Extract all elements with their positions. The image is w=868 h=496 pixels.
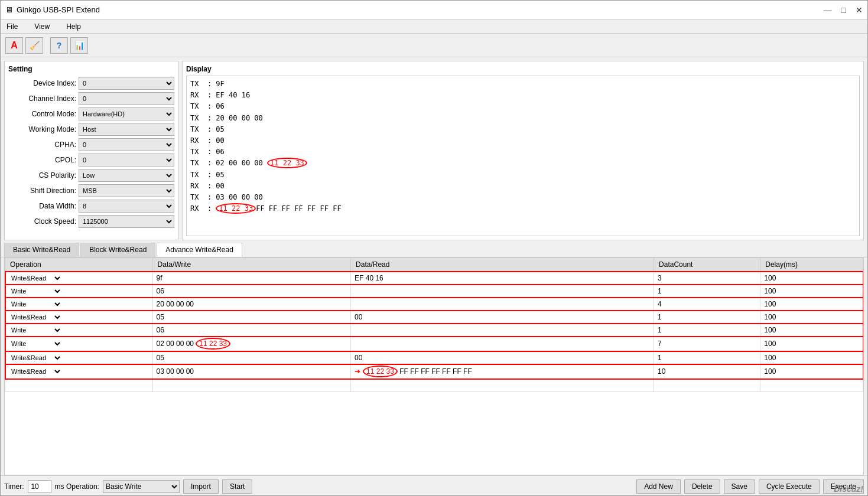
title-bar-left: 🖥 Ginkgo USB-SPI Extend (5, 5, 100, 14)
data-table: Operation Data/Write Data/Read DataCount… (5, 257, 863, 392)
settings-panel: Setting Device Index: 0 Channel Index: 0… (4, 61, 178, 240)
display-line-11: TX : 03 00 00 00 (190, 192, 856, 203)
setting-cpol: CPOL: 0 (8, 154, 174, 167)
menu-bar: File View Help (1, 19, 867, 34)
cell-op-empty (5, 379, 153, 392)
cell-delay-8: 100 (760, 364, 863, 379)
cpha-select[interactable]: 0 (79, 138, 174, 151)
close-button[interactable]: ✕ (856, 5, 863, 15)
title-bar-controls: — □ ✕ (824, 5, 863, 15)
cell-delay-3: 100 (760, 298, 863, 311)
setting-cs-polarity-label: CS Polarity: (8, 171, 76, 180)
control-mode-select[interactable]: Hardware(HD) (79, 107, 174, 120)
toolbar-clear-btn[interactable]: 🧹 (25, 37, 43, 54)
timer-input[interactable] (28, 480, 51, 493)
display-line-4: TX : 20 00 00 00 (190, 113, 856, 124)
setting-shift-direction: Shift Direction: MSB (8, 184, 174, 197)
cell-read-empty (351, 379, 654, 392)
data-width-select[interactable]: 8 (79, 200, 174, 213)
cell-delay-empty (760, 379, 863, 392)
table-row: Write 20 00 00 00 4 100 (5, 298, 863, 311)
cell-write-7[interactable]: 05 (152, 351, 351, 364)
app-title: Ginkgo USB-SPI Extend (17, 5, 100, 14)
cell-read-8: ➜11 22 33 FF FF FF FF FF FF FF (351, 364, 654, 379)
tab-basic-write-read[interactable]: Basic Write&Read (4, 243, 79, 257)
op-select-8[interactable]: Write&Read (9, 367, 62, 376)
op-select-4[interactable]: Write&Read (9, 313, 62, 321)
menu-view[interactable]: View (31, 21, 53, 32)
cell-count-4: 1 (654, 311, 760, 324)
toolbar-help-btn[interactable]: ? (50, 37, 68, 54)
table-row: Write 06 1 100 (5, 285, 863, 298)
col-data-write: Data/Write (152, 258, 351, 272)
cell-write-3[interactable]: 20 00 00 00 (152, 298, 351, 311)
menu-file[interactable]: File (3, 21, 21, 32)
table-row: Write&Read 9f EF 40 16 3 100 (5, 272, 863, 285)
cell-write-2[interactable]: 06 (152, 285, 351, 298)
save-button[interactable]: Save (724, 479, 755, 494)
cell-write-5[interactable]: 06 (152, 324, 351, 337)
tab-advance-write-read[interactable]: Advance Write&Read (157, 243, 242, 257)
app-icon: 🖥 (5, 5, 13, 14)
cell-delay-5: 100 (760, 324, 863, 337)
cell-op-2: Write (5, 285, 153, 298)
start-button[interactable]: Start (222, 479, 252, 494)
setting-channel-index-label: Channel Index: (8, 94, 76, 103)
timer-label: Timer: (4, 482, 24, 491)
channel-index-select[interactable]: 0 (79, 92, 174, 105)
minimize-button[interactable]: — (824, 5, 832, 15)
cell-count-3: 4 (654, 298, 760, 311)
setting-device-index-label: Device Index: (8, 79, 76, 87)
tab-block-write-read[interactable]: Block Write&Read (80, 243, 155, 257)
settings-title: Setting (8, 65, 174, 73)
display-line-2: RX : EF 40 16 (190, 90, 856, 101)
import-button[interactable]: Import (183, 479, 219, 494)
table-highlight-oval-read: 11 22 33 (363, 366, 398, 377)
setting-data-width-label: Data Width: (8, 202, 76, 210)
menu-help[interactable]: Help (63, 21, 84, 32)
cpol-select[interactable]: 0 (79, 154, 174, 167)
cell-op-1: Write&Read (5, 272, 153, 285)
cell-count-1: 3 (654, 272, 760, 285)
clock-speed-select[interactable]: 1125000 (79, 215, 174, 228)
cs-polarity-select[interactable]: Low (79, 169, 174, 182)
op-select-5[interactable]: Write (9, 326, 62, 334)
device-index-select[interactable]: 0 (79, 77, 174, 90)
display-line-10: RX : 00 (190, 181, 856, 192)
op-select-1[interactable]: Write&Read (9, 274, 62, 282)
cell-read-5 (351, 324, 654, 337)
cell-read-3 (351, 298, 654, 311)
working-mode-select[interactable]: Host (79, 123, 174, 136)
op-select-2[interactable]: Write (9, 287, 62, 295)
cell-read-7: 00 (351, 351, 654, 364)
setting-control-mode: Control Mode: Hardware(HD) (8, 107, 174, 120)
table-row: Write 06 1 100 (5, 324, 863, 337)
ms-label: ms Operation: (55, 482, 99, 491)
op-select-6[interactable]: Write (9, 340, 62, 348)
cell-write-1[interactable]: 9f (152, 272, 351, 285)
cell-write-4[interactable]: 05 (152, 311, 351, 324)
cell-op-8: Write&Read (5, 364, 153, 379)
add-new-button[interactable]: Add New (636, 479, 681, 494)
delete-button[interactable]: Delete (684, 479, 720, 494)
cell-write-6[interactable]: 02 00 00 00 11 22 33 (152, 337, 351, 351)
setting-shift-direction-label: Shift Direction: (8, 187, 76, 195)
setting-data-width: Data Width: 8 (8, 200, 174, 213)
shift-direction-select[interactable]: MSB (79, 184, 174, 197)
maximize-button[interactable]: □ (841, 5, 846, 15)
toolbar-font-btn[interactable]: A (5, 37, 23, 54)
operation-select[interactable]: Basic Write Basic Read Block Write Block… (103, 480, 180, 493)
cell-write-8[interactable]: 03 00 00 00 (152, 364, 351, 379)
op-select-7[interactable]: Write&Read (9, 354, 62, 362)
cell-count-2: 1 (654, 285, 760, 298)
table-row: Write&Read 03 00 00 00 ➜11 22 33 FF FF F… (5, 364, 863, 379)
cycle-execute-button[interactable]: Cycle Execute (759, 479, 820, 494)
highlight-oval-tx: 11 22 33 (267, 158, 307, 168)
cell-write-empty (152, 379, 351, 392)
cell-count-5: 1 (654, 324, 760, 337)
toolbar-calc-btn[interactable]: 📊 (70, 37, 88, 54)
display-line-5: TX : 05 (190, 124, 856, 135)
title-bar: 🖥 Ginkgo USB-SPI Extend — □ ✕ (1, 1, 867, 19)
setting-control-mode-label: Control Mode: (8, 110, 76, 118)
op-select-3[interactable]: Write (9, 300, 62, 308)
